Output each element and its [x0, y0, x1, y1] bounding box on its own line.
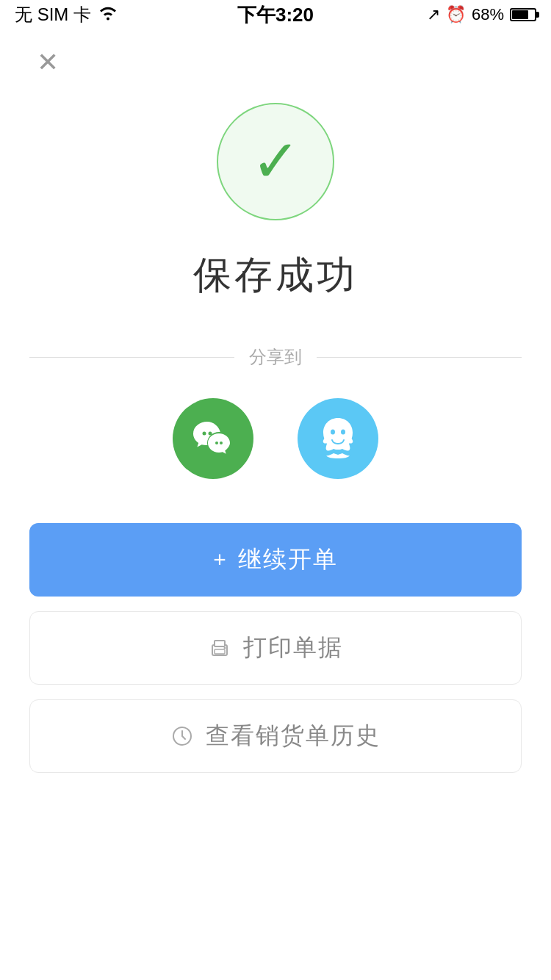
action-buttons: + 继续开单 打印单据 查看销货单历史	[29, 523, 522, 773]
qq-icon	[317, 415, 359, 462]
svg-rect-8	[215, 649, 225, 654]
success-circle: ✓	[217, 103, 334, 220]
svg-point-2	[215, 442, 218, 444]
print-label: 打印单据	[243, 632, 343, 664]
svg-point-3	[220, 442, 223, 444]
battery-percentage: 68%	[472, 5, 504, 24]
print-button[interactable]: 打印单据	[29, 611, 522, 685]
location-icon: ↗	[427, 5, 440, 24]
clock-icon	[170, 724, 194, 748]
share-section: 分享到	[29, 345, 522, 479]
history-label: 查看销货单历史	[206, 720, 381, 752]
history-button[interactable]: 查看销货单历史	[29, 699, 522, 773]
alarm-icon: ⏰	[446, 5, 466, 24]
qq-share-button[interactable]	[298, 398, 378, 479]
printer-icon	[208, 636, 231, 660]
wifi-icon	[98, 4, 118, 25]
plus-icon: +	[213, 547, 226, 572]
success-title: 保存成功	[193, 250, 358, 301]
status-right: ↗ ⏰ 68%	[427, 5, 536, 24]
wechat-icon	[190, 419, 237, 458]
continue-button[interactable]: + 继续开单	[29, 523, 522, 597]
svg-point-0	[203, 432, 206, 436]
status-bar: 无 SIM 卡 下午3:20 ↗ ⏰ 68%	[0, 0, 551, 29]
continue-label: 继续开单	[238, 544, 338, 576]
battery-icon	[510, 8, 536, 21]
share-line-left	[29, 357, 234, 358]
svg-rect-7	[215, 641, 225, 646]
svg-point-9	[224, 647, 226, 649]
close-icon: ✕	[37, 49, 59, 76]
no-sim-text: 无 SIM 卡	[15, 3, 91, 26]
status-time: 下午3:20	[237, 2, 314, 28]
svg-point-1	[209, 432, 212, 436]
share-label: 分享到	[249, 345, 302, 369]
close-button[interactable]: ✕	[29, 44, 66, 81]
svg-point-5	[341, 430, 345, 435]
share-divider-row: 分享到	[29, 345, 522, 369]
status-left: 无 SIM 卡	[15, 3, 118, 26]
share-line-right	[317, 357, 522, 358]
svg-point-4	[331, 430, 335, 435]
wechat-share-button[interactable]	[173, 398, 253, 479]
main-content: ✕ ✓ 保存成功 分享到	[0, 29, 551, 980]
share-icons-row	[173, 398, 378, 479]
checkmark-icon: ✓	[251, 132, 300, 191]
